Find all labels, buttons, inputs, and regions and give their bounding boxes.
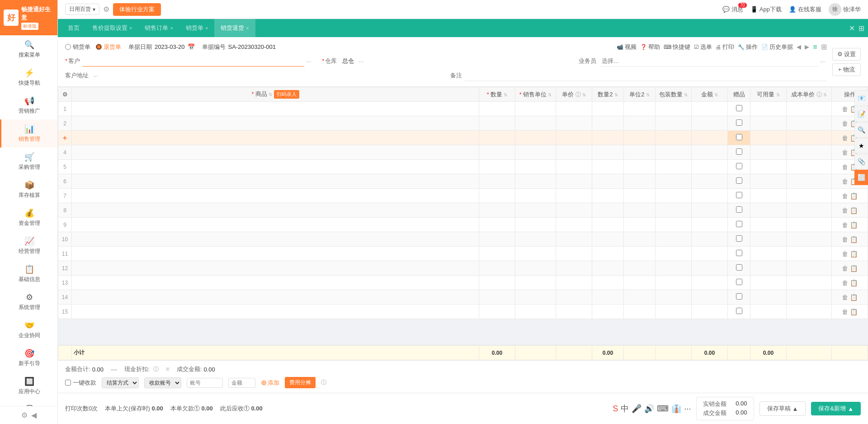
row-gift-2[interactable] <box>728 116 750 131</box>
row-unit-4[interactable] <box>515 145 556 160</box>
row-price-14[interactable] <box>556 290 592 305</box>
row-amount-4[interactable] <box>692 145 728 160</box>
row-pack-3[interactable] <box>656 131 692 145</box>
row-unit-11[interactable] <box>515 247 556 261</box>
row-gift-10[interactable] <box>728 232 750 247</box>
address-dots[interactable]: ··· <box>91 72 100 79</box>
row-amount-7[interactable] <box>692 189 728 203</box>
row-avail-4[interactable] <box>750 145 787 160</box>
row-gift-15[interactable] <box>728 305 750 319</box>
copy-row-btn-14[interactable]: 📋 <box>850 294 858 301</box>
row-qty2-5[interactable] <box>592 160 624 174</box>
row-cost-9[interactable] <box>787 218 832 232</box>
calendar-icon[interactable]: 📅 <box>188 43 195 50</box>
logistics-side-btn[interactable]: + 物流 <box>832 63 861 76</box>
row-gift-6[interactable] <box>728 174 750 189</box>
add-payment-btn[interactable]: ⊕ 添加 <box>261 378 279 387</box>
gift-checkbox-10[interactable] <box>736 235 742 242</box>
row-pack-4[interactable] <box>656 145 692 160</box>
radio-return[interactable]: 退货单 <box>96 43 121 51</box>
row-unit2-10[interactable] <box>624 232 656 247</box>
row-cost-12[interactable] <box>787 261 832 276</box>
row-qty2-11[interactable] <box>592 247 624 261</box>
delete-row-btn-12[interactable]: 🗑 <box>842 265 848 272</box>
row-pack-9[interactable] <box>656 218 692 232</box>
product-input-11[interactable] <box>74 250 477 257</box>
delete-row-btn-2[interactable]: 🗑 <box>842 120 848 127</box>
row-qty-15[interactable] <box>479 305 515 319</box>
row-qty-3[interactable] <box>479 131 515 145</box>
row-unit2-11[interactable] <box>624 247 656 261</box>
row-price-10[interactable] <box>556 232 592 247</box>
row-qty-11[interactable] <box>479 247 515 261</box>
row-cost-5[interactable] <box>787 160 832 174</box>
row-avail-14[interactable] <box>750 290 787 305</box>
row-product-15[interactable] <box>72 305 479 319</box>
product-input-8[interactable] <box>74 207 477 214</box>
qty2-sort[interactable]: ⇅ <box>614 92 618 97</box>
row-price-13[interactable] <box>556 276 592 290</box>
row-gift-1[interactable] <box>728 102 750 116</box>
row-pack-11[interactable] <box>656 247 692 261</box>
row-unit2-14[interactable] <box>624 290 656 305</box>
price-sort[interactable]: ⇅ <box>582 92 586 97</box>
warehouse-dots[interactable]: ··· <box>357 58 365 65</box>
tab-sales-return[interactable]: 销货退货 × <box>214 19 255 37</box>
row-product-7[interactable] <box>72 189 479 203</box>
unit2-sort[interactable]: ⇅ <box>646 92 650 97</box>
product-input-10[interactable] <box>74 236 477 243</box>
delete-row-btn-14[interactable]: 🗑 <box>842 294 848 301</box>
trial-button[interactable]: 体验行业方案 <box>113 3 161 16</box>
fee-split-btn[interactable]: 费用分摊 <box>285 377 316 388</box>
row-product-3[interactable] <box>72 131 479 145</box>
row-unit-6[interactable] <box>515 174 556 189</box>
gift-checkbox-15[interactable] <box>736 308 742 314</box>
row-unit2-8[interactable] <box>624 203 656 218</box>
settings-icon2[interactable]: 👔 <box>671 404 681 414</box>
row-cost-10[interactable] <box>787 232 832 247</box>
row-avail-11[interactable] <box>750 247 787 261</box>
row-qty2-7[interactable] <box>592 189 624 203</box>
row-unit-9[interactable] <box>515 218 556 232</box>
gift-checkbox-1[interactable] <box>736 105 742 111</box>
row-pack-6[interactable] <box>656 174 692 189</box>
sidebar-item-apps[interactable]: 🔲应用中心 <box>0 372 57 400</box>
product-input-12[interactable] <box>74 265 477 272</box>
row-unit-14[interactable] <box>515 290 556 305</box>
sidebar-item-basic[interactable]: 📋基础信息 <box>0 260 57 288</box>
prev-btn[interactable]: ◀ <box>797 43 801 50</box>
tab-home[interactable]: 首页 <box>61 19 86 37</box>
expand-icon[interactable]: ⊞ <box>859 24 864 33</box>
row-unit2-12[interactable] <box>624 261 656 276</box>
next-btn[interactable]: ▶ <box>805 43 809 50</box>
row-cost-3[interactable] <box>787 131 832 145</box>
sidebar-item-search[interactable]: 🔍搜索菜单 <box>0 35 57 63</box>
delete-row-btn-7[interactable]: 🗑 <box>842 192 848 200</box>
row-pack-5[interactable] <box>656 160 692 174</box>
row-pack-14[interactable] <box>656 290 692 305</box>
row-product-11[interactable] <box>72 247 479 261</box>
sidebar-item-wechat[interactable]: 💬企业微信 <box>0 400 57 406</box>
sidebar-item-purchase[interactable]: 🛒采购管理 <box>0 148 57 176</box>
price-info-icon[interactable]: ⓘ <box>576 91 581 98</box>
row-amount-11[interactable] <box>692 247 728 261</box>
account-select[interactable]: 收款账号 <box>144 377 181 388</box>
row-qty-2[interactable] <box>479 116 515 131</box>
row-qty-7[interactable] <box>479 189 515 203</box>
row-gift-11[interactable] <box>728 247 750 261</box>
row-unit-2[interactable] <box>515 116 556 131</box>
customer-dots[interactable]: ··· <box>304 58 313 65</box>
row-unit2-9[interactable] <box>624 218 656 232</box>
row-avail-9[interactable] <box>750 218 787 232</box>
sidebar-item-inventory[interactable]: 📦库存核算 <box>0 176 57 204</box>
tab-sales-return-close[interactable]: × <box>246 25 249 31</box>
row-qty-10[interactable] <box>479 232 515 247</box>
amount-sort[interactable]: ⇅ <box>714 92 718 97</box>
copy-row-btn-13[interactable]: 📋 <box>850 279 858 286</box>
row-amount-15[interactable] <box>692 305 728 319</box>
row-cost-8[interactable] <box>787 203 832 218</box>
video-btn[interactable]: 📹 视频 <box>617 43 637 51</box>
qty-sort[interactable]: ⇅ <box>504 92 507 97</box>
row-unit2-15[interactable] <box>624 305 656 319</box>
row-product-8[interactable] <box>72 203 479 218</box>
